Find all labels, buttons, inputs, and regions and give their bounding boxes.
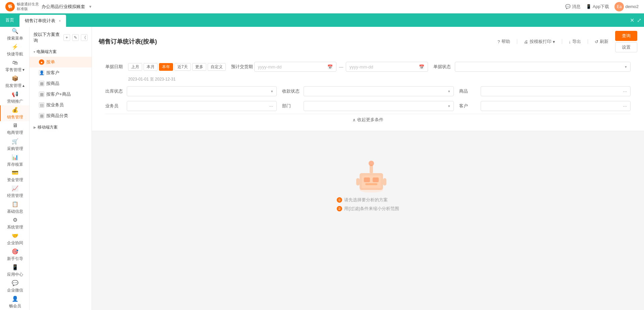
date-custom-btn[interactable]: 自定义	[208, 63, 226, 71]
sidebar-item-sales[interactable]: 💰 销售管理	[0, 105, 29, 121]
page-title: 销售订单统计表(按单)	[99, 38, 157, 46]
sidebar-item-inventory[interactable]: 📊 库存核算	[0, 153, 29, 168]
tab-bar: 首页 销售订单统计表 × ✕ ⤢	[0, 13, 644, 27]
customer-dots-icon[interactable]: ···	[623, 103, 627, 109]
tab-close-window-icon[interactable]: ✕	[630, 17, 634, 23]
scheme-grid-plus-icon: ▦	[39, 92, 44, 97]
print-btn[interactable]: 🖨 按模板打印 ▾	[521, 37, 558, 46]
salesperson-dots-icon[interactable]: ···	[269, 103, 273, 109]
scheme-item-按商品分类[interactable]: ▦ 按商品分类	[30, 110, 92, 121]
sidebar-item-operations[interactable]: 📈 经营管理	[0, 184, 29, 200]
user-area[interactable]: Ea demo2	[614, 2, 639, 11]
svg-rect-4	[373, 177, 379, 182]
date-this-year-btn[interactable]: 本年	[159, 63, 173, 71]
scheme-item-按商品[interactable]: ▦ 按商品	[30, 78, 92, 89]
scheme-item-按客户[interactable]: 👤 按客户	[30, 67, 92, 78]
tip-num-2: ②	[337, 206, 342, 211]
expected-date-end[interactable]: yyyy-mm-dd 📅	[346, 62, 428, 72]
sidebar-item-quick-nav[interactable]: ⚡ 快捷导航	[0, 43, 29, 58]
shipment-filter: 出库状态 ▾	[105, 86, 277, 96]
settings-btn[interactable]: 设置	[615, 42, 637, 52]
date-range-display: 2023-01-01 至 2023-12-31	[128, 76, 631, 82]
tab-expand-icon[interactable]: ⤢	[637, 17, 641, 23]
customer-select[interactable]: ···	[481, 101, 631, 111]
sidebar-item-member[interactable]: 👤 畅会员	[0, 294, 29, 310]
scheme-active-icon: ●	[39, 59, 44, 65]
empty-state: ① 请先选择要分析的方案 ② 用[过滤]条件来缩小分析范围	[92, 131, 644, 239]
scheme-item-按单[interactable]: ● 按单	[30, 57, 92, 67]
goods-label: 商品	[459, 88, 479, 94]
scheme-item-按业务员[interactable]: ▤ 按业务员	[30, 100, 92, 110]
date-separator: —	[338, 64, 344, 69]
refresh-btn[interactable]: ↺ 刷新	[592, 37, 611, 46]
query-btn[interactable]: 查询	[615, 31, 637, 41]
group-arrow-down-icon: ▾	[34, 50, 35, 54]
date-this-month-btn[interactable]: 本月	[144, 63, 158, 71]
scheme-group-mobile: ▶ 移动端方案	[30, 122, 92, 132]
department-select[interactable]: ▾	[304, 101, 453, 111]
tab-sales-order[interactable]: 销售订单统计表 ×	[19, 15, 66, 27]
tip-num-1: ①	[337, 197, 342, 203]
shipment-select[interactable]: ▾	[127, 86, 277, 96]
query-settings-group: 查询 设置	[615, 31, 637, 52]
basic-icon: 📋	[12, 201, 18, 207]
sidebar-item-enterprise[interactable]: 🤝 企业协同	[0, 231, 29, 247]
system-icon: ⚙	[13, 217, 17, 223]
right-content: 销售订单统计表(按单) ? 帮助 🖨 按模板打印 ▾	[92, 27, 644, 310]
purchase-icon: 🛒	[12, 138, 18, 145]
salesperson-select[interactable]: ···	[127, 101, 277, 111]
customer-filter: 客户 ···	[459, 101, 631, 111]
message-btn[interactable]: 💬 消息	[565, 4, 581, 10]
sidebar-item-newbie[interactable]: 🎯 新手引导	[0, 247, 29, 263]
scheme-person-icon: 👤	[39, 70, 44, 75]
sidebar-item-enterprise-wechat[interactable]: 💬 企业微信	[0, 278, 29, 294]
edit-scheme-btn[interactable]: ✎	[72, 34, 79, 41]
sidebar-item-basic[interactable]: 📋 基础信息	[0, 200, 29, 216]
sidebar-item-ecommerce[interactable]: 🖥 电商管理	[0, 121, 29, 137]
sidebar-item-wholesale[interactable]: 📦 批发管理 ▴	[0, 74, 29, 90]
date-last-month-btn[interactable]: 上月	[128, 63, 142, 71]
shipment-chevron-icon: ▾	[271, 89, 273, 94]
scheme-group-pc-title[interactable]: ▾ 电脑端方案	[30, 47, 92, 57]
calendar-icon-2: 📅	[419, 64, 424, 69]
svg-rect-3	[364, 177, 370, 182]
empty-illustration	[351, 158, 385, 192]
filter-row-1: 单据日期 上月 本月 本年 近7天 更多 自定义	[105, 62, 631, 72]
scheme-group-mobile-title[interactable]: ▶ 移动端方案	[30, 122, 92, 132]
collapse-filters-btn[interactable]: ∧ 收起更多条件	[105, 114, 631, 125]
sidebar-item-search-menu[interactable]: 🔍 搜索菜单	[0, 27, 29, 43]
export-btn[interactable]: ↓ 导出	[566, 37, 584, 46]
export-icon: ↓	[569, 39, 571, 44]
help-btn[interactable]: ? 帮助	[495, 37, 513, 46]
date-label: 单据日期	[105, 64, 125, 70]
sidebar-item-finance[interactable]: 💳 资金管理	[0, 168, 29, 184]
sidebar-item-purchase[interactable]: 🛒 采购管理	[0, 137, 29, 153]
goods-select[interactable]: ···	[481, 86, 631, 96]
divider3	[588, 39, 588, 44]
app-download-btn[interactable]: 📱 App下载	[586, 4, 609, 10]
expected-date-start[interactable]: yyyy-mm-dd 📅	[254, 62, 336, 72]
sidebar-item-retail[interactable]: 🛍 零售管理 ▾	[0, 58, 29, 74]
goods-dots-icon[interactable]: ···	[623, 89, 627, 94]
payment-filter: 收款状态 ▾	[282, 86, 453, 96]
collapse-panel-btn[interactable]: 《	[81, 34, 88, 41]
page-header: 销售订单统计表(按单) ? 帮助 🖨 按模板打印 ▾	[92, 27, 644, 131]
date-last7-btn[interactable]: 近7天	[174, 63, 191, 71]
svg-rect-8	[356, 178, 360, 186]
scheme-group-pc: ▾ 电脑端方案 ● 按单 👤 按客户 ▦ 按商品 ▦ 按客户+商品	[30, 47, 92, 121]
sidebar-item-app-center[interactable]: 📱 应用中心	[0, 263, 29, 278]
app-title-dropdown[interactable]: ▾	[89, 4, 92, 9]
scheme-item-按客户商品[interactable]: ▦ 按客户+商品	[30, 89, 92, 100]
tab-home[interactable]: 首页	[0, 13, 19, 27]
tab-close-icon[interactable]: ×	[59, 19, 61, 23]
expected-date-label: 预计交货期	[231, 64, 253, 70]
sidebar-item-system[interactable]: ⚙ 系统管理	[0, 216, 29, 231]
status-select[interactable]: ▾	[455, 62, 631, 72]
status-label: 单据状态	[433, 64, 453, 70]
add-scheme-btn[interactable]: +	[63, 34, 70, 41]
search-icon: 🔍	[12, 28, 18, 34]
payment-select[interactable]: ▾	[304, 86, 453, 96]
sidebar-item-marketing[interactable]: 📢 营销推广	[0, 90, 29, 106]
filter-row-3: 业务员 ··· 部门 ▾	[105, 101, 631, 111]
date-more-btn[interactable]: 更多	[192, 63, 206, 71]
